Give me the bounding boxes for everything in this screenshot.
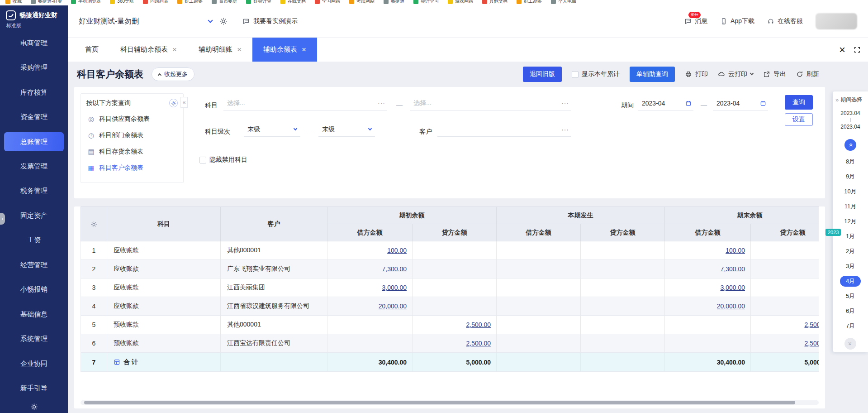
column-header-subject[interactable]: 科目 [107,207,221,241]
sidebar-item[interactable]: 电商管理 [0,31,68,56]
show-ytd-checkbox[interactable] [572,71,579,78]
bookmark-item[interactable]: 问题列表 [143,0,168,5]
bookmark-item[interactable]: 好会计查 [246,0,271,5]
table-row[interactable]: 3 应收账款 江西美丽集团 3,000.00 3,000.00 [81,279,819,297]
month-item[interactable]: 9月 [840,171,861,182]
bookmark-item[interactable]: 百市要所 [212,0,237,5]
table-row[interactable]: 5 预收账款 其他000001 2,500.00 2,500.00 [81,316,819,334]
sidebar-item[interactable]: 固定资产 [0,203,68,228]
amount-link[interactable]: 100.00 [726,247,745,254]
column-header-credit[interactable]: 贷方金额 [751,224,819,241]
collapse-scheme-panel-handle[interactable]: « [180,97,188,108]
bookmark-item[interactable]: 好工易签 [177,0,203,5]
org-selector[interactable]: 好业财测试-量勿删 [79,17,212,26]
amount-link[interactable]: 100.00 [387,247,407,254]
subject-from-field[interactable]: 选择... ··· [223,96,387,110]
online-service-button[interactable]: 在线客服 [767,17,803,25]
month-item[interactable]: 12月 [840,216,861,227]
amount-link[interactable]: 2,500.00 [466,340,491,347]
amount-link[interactable]: 20,000.00 [379,303,407,310]
period-from-field[interactable]: 2023-04 [638,96,693,110]
scrollbar-thumb[interactable] [84,401,795,404]
level-from-select[interactable]: 末级 [244,122,300,137]
table-row[interactable]: 1 应收账款 其他000001 100.00 100.00 [81,241,819,260]
amount-link[interactable]: 20,000.00 [717,303,745,310]
sidebar-item[interactable]: 小畅报销 [0,278,68,303]
month-item[interactable]: 6月 [840,306,861,317]
column-header-debit[interactable]: 借方金额 [327,224,413,241]
month-item[interactable]: 8月 [840,156,861,167]
export-button[interactable]: 导出 [763,70,786,78]
column-header-credit[interactable]: 贷方金额 [413,224,497,241]
sidebar-item[interactable]: 总账管理 [4,132,64,151]
tab[interactable]: 辅助余额表 × [252,38,317,62]
bookmark-item[interactable]: 畅捷通 [384,0,404,5]
user-avatar[interactable] [816,13,857,29]
sidebar-item[interactable]: 新手引导 [0,376,68,401]
bookmark-item[interactable]: 在线文档 [280,0,306,5]
horizontal-scrollbar[interactable] [81,400,819,405]
column-header-debit[interactable]: 借方金额 [665,224,751,241]
bookmark-item[interactable]: 手机浏览器 [71,0,101,5]
sidebar-item[interactable]: 工资 [0,228,68,253]
bookmark-item[interactable]: 收藏 [5,0,22,5]
single-aux-query-button[interactable]: 单辅助查询 [630,67,675,82]
amount-link[interactable]: 2,500.00 [466,321,491,328]
hide-disabled-checkbox[interactable] [199,157,206,163]
sidebar-item[interactable]: 基础信息 [0,302,68,327]
calendar-icon[interactable] [760,100,766,106]
amount-link[interactable]: 2,500.00 [805,340,819,347]
app-download-button[interactable]: App下载 [720,17,754,25]
back-to-old-button[interactable]: 退回旧版 [523,67,562,82]
sidebar-settings-icon[interactable] [0,403,68,411]
bookmark-item[interactable]: 考试网站 [349,0,375,5]
bookmark-item[interactable]: 游戏网站 [448,0,473,5]
bookmark-item[interactable]: 好工易签 [517,0,542,5]
column-header-credit[interactable]: 贷方金额 [581,224,665,241]
column-header-debit[interactable]: 借方金额 [497,224,581,241]
month-item[interactable]: 1月 [840,231,861,242]
close-page-icon[interactable]: × [839,44,845,55]
collapse-more-button[interactable]: 收起更多 [152,67,194,81]
scheme-item[interactable]: ◎ 科目供应商余额表 [81,111,183,127]
tab[interactable]: 辅助明细账 × [188,38,252,62]
amount-link[interactable]: 7,300.00 [721,265,745,273]
table-row[interactable]: 2 应收账款 广东飞翔实业有限公司 7,300.00 7,300.00 [81,260,819,279]
month-item[interactable]: 10月 [840,186,861,197]
amount-link[interactable]: 3,000.00 [721,284,745,291]
sidebar-item[interactable]: 采购管理 [0,56,68,81]
month-item[interactable]: 2月 [840,246,861,257]
amount-link[interactable]: 7,300.00 [382,265,407,273]
scheme-settings-icon[interactable] [169,99,178,107]
table-column-settings-icon[interactable] [90,221,97,228]
sidebar-item[interactable]: 经营管理 [0,253,68,278]
bookmark-item[interactable]: 畅捷通-好业 [31,0,62,5]
demo-link[interactable]: 我要看实例演示 [242,17,298,25]
tab-close-icon[interactable]: × [302,46,306,53]
level-to-select[interactable]: 末级 [318,122,375,137]
query-button[interactable]: 查询 [785,95,813,110]
calendar-icon[interactable] [685,100,692,106]
month-item[interactable]: 3月 [840,261,861,272]
refresh-button[interactable]: 刷新 [796,70,819,78]
bookmark-item[interactable]: 360导航 [110,0,134,5]
column-header-customer[interactable]: 客户 [221,207,327,241]
tab-close-icon[interactable]: × [172,46,177,53]
scheme-item[interactable]: ▤ 科目存货余额表 [81,144,183,160]
month-item[interactable]: 7月 [840,321,861,331]
period-to-field[interactable]: 2023-04 [713,96,768,110]
bookmark-item[interactable]: 学习网站 [315,0,340,5]
sidebar-item[interactable]: 资金管理 [0,105,68,130]
messages-button[interactable]: 99+ 消息 [684,17,707,25]
cloud-print-button[interactable]: 云打印 [718,70,753,78]
amount-link[interactable]: 2,500.00 [805,321,819,328]
bookmark-item[interactable]: 会计学习 [413,0,439,5]
settings-button[interactable]: 设置 [785,113,813,126]
scheme-item[interactable]: ▦ 科目客户余额表 [81,160,183,176]
picker-ellipsis-icon[interactable]: ··· [561,126,569,133]
scroll-months-up-button[interactable]: » [844,139,856,151]
customer-field[interactable]: ··· [437,122,571,137]
collapse-panel-icon[interactable]: » [835,96,839,103]
print-button[interactable]: 打印 [685,70,708,78]
fullscreen-icon[interactable] [854,46,861,53]
